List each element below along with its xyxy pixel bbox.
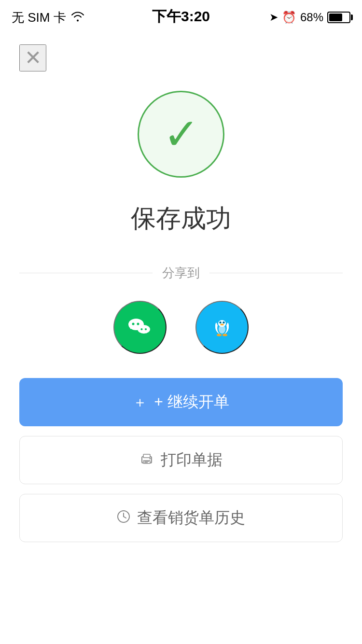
svg-point-26	[226, 319, 229, 323]
svg-point-22	[219, 325, 225, 334]
printer-icon	[139, 452, 154, 469]
alarm-icon: ⏰	[282, 11, 296, 24]
print-button[interactable]: 打印单据	[19, 436, 343, 484]
continue-button[interactable]: ＋ + 继续开单	[19, 378, 343, 426]
clock-icon	[117, 510, 130, 527]
status-bar: 无 SIM 卡 下午3:20 ➤ ⏰ 68%	[0, 0, 362, 35]
svg-point-25	[215, 319, 218, 323]
sim-label: 无 SIM 卡	[12, 9, 66, 26]
wechat-icon	[125, 313, 154, 342]
svg-line-35	[124, 517, 126, 518]
checkmark-icon: ✓	[163, 112, 199, 156]
continue-label: + 继续开单	[154, 392, 229, 413]
svg-point-8	[137, 323, 139, 325]
close-button[interactable]: ✕	[19, 44, 46, 71]
svg-rect-29	[143, 461, 150, 463]
svg-point-9	[139, 325, 149, 333]
qq-icon	[208, 313, 237, 342]
success-title: 保存成功	[131, 202, 231, 236]
history-button[interactable]: 查看销货单历史	[19, 494, 343, 542]
action-buttons: ＋ + 继续开单 打印单据	[19, 378, 343, 542]
wechat-share-button[interactable]	[113, 301, 167, 354]
share-icons-row	[113, 301, 249, 354]
svg-point-32	[150, 458, 151, 459]
battery-indicator	[327, 12, 350, 23]
divider-left	[19, 273, 153, 273]
plus-icon: ＋	[133, 392, 147, 412]
svg-point-23	[217, 334, 222, 336]
share-section: 分享到	[19, 265, 343, 354]
svg-point-19	[220, 322, 221, 323]
close-icon: ✕	[25, 48, 42, 68]
svg-point-20	[223, 322, 224, 323]
svg-rect-28	[143, 454, 150, 458]
divider-right	[209, 273, 343, 273]
share-label: 分享到	[153, 265, 209, 281]
svg-point-10	[141, 328, 143, 330]
battery-percent: 68%	[300, 11, 323, 24]
history-label: 查看销货单历史	[137, 507, 245, 529]
success-icon-circle: ✓	[138, 91, 224, 178]
print-label: 打印单据	[161, 449, 223, 471]
svg-point-11	[145, 328, 147, 330]
status-time: 下午3:20	[152, 7, 210, 27]
status-right: ➤ ⏰ 68%	[269, 11, 350, 24]
svg-point-24	[223, 334, 227, 336]
status-left: 无 SIM 卡	[12, 9, 84, 26]
wifi-icon	[71, 10, 84, 25]
qq-share-button[interactable]	[195, 301, 249, 354]
location-icon: ➤	[269, 11, 278, 24]
main-content: ✕ ✓ 保存成功 分享到	[0, 35, 362, 552]
share-divider-row: 分享到	[19, 265, 343, 281]
svg-point-7	[132, 323, 135, 325]
